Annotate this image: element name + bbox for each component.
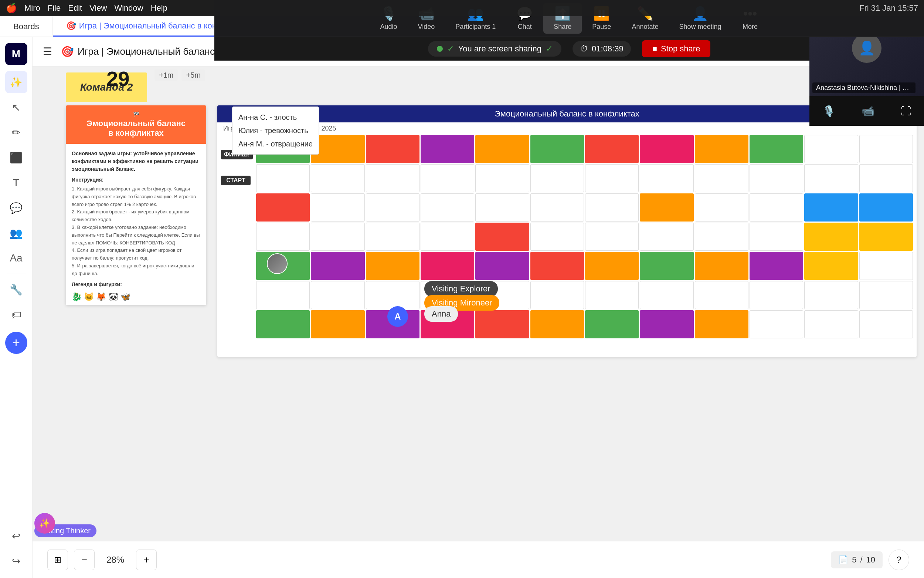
cell-r1-c3 bbox=[366, 135, 419, 163]
instruction-body: Основная задача игры: устойчивое управле… bbox=[66, 144, 206, 305]
start-label: СТАРТ bbox=[221, 176, 251, 185]
sidebar-select-btn[interactable]: ↖ bbox=[5, 96, 28, 119]
hamburger-menu-btn[interactable]: ☰ bbox=[40, 42, 55, 61]
plus-5m-btn[interactable]: +5m bbox=[181, 70, 205, 81]
cell-r7-c12 bbox=[859, 310, 913, 338]
anna-name-label: Anna bbox=[424, 306, 458, 322]
share-dot bbox=[437, 46, 443, 52]
zoom-out-btn[interactable]: − bbox=[74, 550, 95, 570]
participants-label: Participants 1 bbox=[455, 23, 496, 31]
timer-value: 01:08:39 bbox=[592, 44, 623, 54]
menu-window[interactable]: Window bbox=[114, 3, 143, 13]
cell-r1-c6 bbox=[531, 135, 584, 163]
cell-r1-c7 bbox=[585, 135, 639, 163]
apple-menu[interactable]: 🍎 bbox=[6, 3, 17, 13]
sidebar-sticky-btn[interactable]: 💬 bbox=[5, 197, 28, 219]
game-board: Эмоциональный баланс в конфликтах Игрово… bbox=[217, 106, 917, 357]
stop-share-button[interactable]: ■ Stop share bbox=[642, 40, 711, 57]
cell-r7-c11 bbox=[804, 310, 858, 338]
plus-1m-btn[interactable]: +1m bbox=[154, 70, 178, 81]
cell-r4-c10 bbox=[749, 222, 803, 251]
stop-share-label: Stop share bbox=[661, 44, 700, 54]
sidebar-type-btn[interactable]: Aa bbox=[5, 247, 28, 269]
cell-r2-c6 bbox=[531, 164, 584, 192]
sidebar-bottom: ↩ ↪ bbox=[5, 525, 28, 572]
visiting-explorer-label: Visiting Explorer bbox=[424, 281, 498, 297]
menu-view[interactable]: View bbox=[89, 3, 107, 13]
cell-r4-c5 bbox=[475, 222, 529, 251]
fit-to-screen-btn[interactable]: ⊞ bbox=[47, 550, 68, 570]
avatar-image bbox=[268, 254, 287, 273]
sidebar-add-button[interactable]: + bbox=[5, 332, 28, 354]
cell-r4-c12 bbox=[859, 222, 913, 251]
annotate-label: Annotate bbox=[632, 23, 658, 31]
cell-r6-c10 bbox=[749, 281, 803, 309]
sidebar-pen-btn[interactable]: ✏ bbox=[5, 121, 28, 143]
cell-r2-c4 bbox=[421, 164, 474, 192]
active-board-icon: 🎯 bbox=[66, 21, 76, 31]
sidebar-redo-btn[interactable]: ↪ bbox=[5, 550, 28, 572]
cell-r4-c9 bbox=[695, 222, 748, 251]
menu-edit[interactable]: Edit bbox=[68, 3, 82, 13]
share-check-icon: ✓ bbox=[447, 44, 454, 54]
more-label: More bbox=[743, 23, 758, 31]
cell-r1-c2 bbox=[311, 135, 364, 163]
sidebar-ai-btn[interactable]: ✨ bbox=[5, 71, 28, 93]
meeting-expand-btn[interactable]: ⛶ bbox=[898, 102, 914, 120]
menu-file[interactable]: File bbox=[48, 3, 61, 13]
zoom-in-btn[interactable]: + bbox=[136, 550, 157, 570]
cell-r6-c9 bbox=[695, 281, 748, 309]
instr-rules-header: Инструкция: bbox=[72, 176, 200, 184]
cell-r6-c1 bbox=[256, 281, 310, 309]
miro-sidebar: M ✨ ↖ ✏ ⬛ T 💬 👥 Aa 🔧 🏷 + ↩ ↪ bbox=[0, 37, 32, 578]
instr-main-text: Основная задача игры: устойчивое управле… bbox=[72, 150, 200, 173]
sidebar-undo-btn[interactable]: ↩ bbox=[5, 525, 28, 547]
menu-help[interactable]: Help bbox=[151, 3, 167, 13]
cell-r4-c1 bbox=[256, 222, 310, 251]
instruction-header: 🏁 Эмоциональный балансв конфликтах bbox=[66, 106, 206, 144]
emotion-anna: Ан-на С. - злость bbox=[238, 110, 313, 124]
cell-r5-c4 bbox=[421, 252, 474, 280]
meeting-video-controls: 🎙️ 📹 ⛶ bbox=[809, 96, 924, 126]
canvas-area[interactable]: Команда 2 29 +1m +5m 🏁 Эмоциональный бал… bbox=[32, 67, 924, 578]
cell-r2-c2 bbox=[311, 164, 364, 192]
meeting-mic-btn[interactable]: 🎙️ bbox=[819, 102, 838, 120]
share-timer: ⏱ 01:08:39 bbox=[573, 41, 631, 57]
miro-logo[interactable]: M bbox=[5, 43, 28, 65]
cell-r3-c1 bbox=[256, 193, 310, 221]
cell-r2-c3 bbox=[366, 164, 419, 192]
clock-icon: ⏱ bbox=[580, 44, 588, 54]
person-avatar: 👤 bbox=[852, 33, 882, 63]
zoom-in-icon: + bbox=[143, 554, 149, 566]
sidebar-tags-btn[interactable]: 🏷 bbox=[5, 304, 28, 326]
zoom-level-display: 28% bbox=[100, 555, 130, 565]
sidebar-shapes-btn[interactable]: ⬛ bbox=[5, 146, 28, 169]
cell-r1-c8 bbox=[640, 135, 693, 163]
cell-r3-c11 bbox=[804, 193, 858, 221]
chat-label: Chat bbox=[518, 23, 532, 31]
cell-r6-c7 bbox=[585, 281, 639, 309]
cell-r5-c6 bbox=[531, 252, 584, 280]
sidebar-tools-btn[interactable]: 🔧 bbox=[5, 278, 28, 300]
page-icon: 📄 bbox=[838, 555, 848, 565]
cell-r2-c8 bbox=[640, 164, 693, 192]
tab-boards[interactable]: Boards bbox=[0, 16, 53, 37]
meeting-camera-btn[interactable]: 📹 bbox=[859, 102, 877, 120]
cell-r3-c3 bbox=[366, 193, 419, 221]
cell-r3-c8 bbox=[640, 193, 693, 221]
sidebar-text-btn[interactable]: T bbox=[5, 172, 28, 194]
cell-r7-c9 bbox=[695, 310, 748, 338]
game-grid bbox=[256, 135, 913, 338]
emotion-yulia: Юлия - тревожность bbox=[238, 124, 313, 137]
instr-legend-header: Легенда и фигурки: bbox=[72, 281, 200, 289]
stop-icon: ■ bbox=[652, 44, 657, 54]
cell-r7-c8 bbox=[640, 310, 693, 338]
share-check-icon2: ✓ bbox=[546, 44, 553, 54]
show-meeting-label: Show meeting bbox=[679, 23, 721, 31]
instruction-icons: 🏁 bbox=[72, 111, 200, 117]
share-status-text: You are screen sharing bbox=[458, 44, 542, 54]
sidebar-mind-btn[interactable]: 👥 bbox=[5, 222, 28, 244]
help-button[interactable]: ? bbox=[888, 550, 909, 570]
ai-assistant-button[interactable]: ✨ bbox=[34, 513, 55, 534]
menu-miro[interactable]: Miro bbox=[24, 3, 40, 13]
